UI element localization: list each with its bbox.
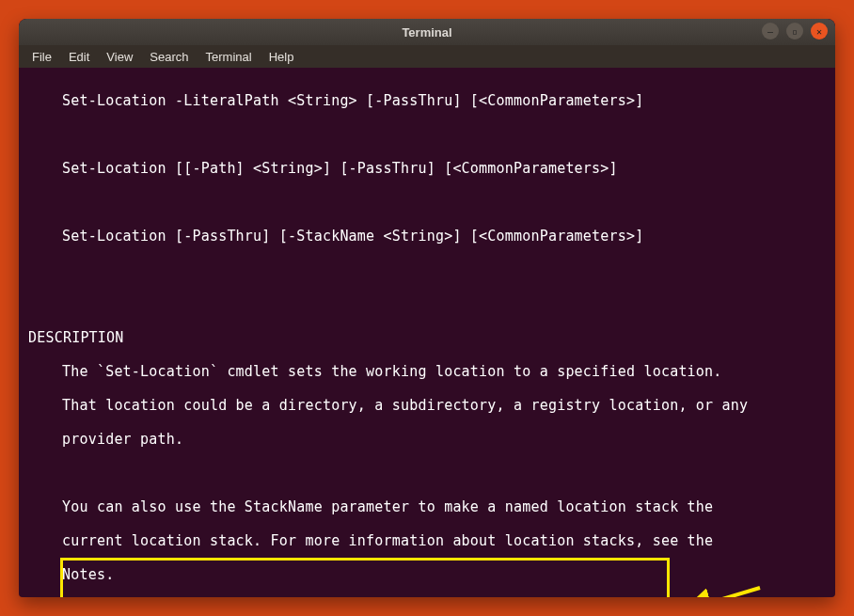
blank-line	[28, 194, 826, 211]
titlebar[interactable]: Terminal – ▫ ✕	[19, 19, 835, 45]
menu-help[interactable]: Help	[261, 48, 302, 66]
minimize-button[interactable]: –	[762, 23, 779, 39]
menu-view[interactable]: View	[99, 48, 140, 66]
terminal-output[interactable]: Set-Location -LiteralPath <String> [-Pas…	[19, 68, 835, 597]
menu-terminal[interactable]: Terminal	[198, 48, 260, 66]
description-text: You can also use the StackName parameter…	[62, 498, 826, 515]
syntax-line: Set-Location -LiteralPath <String> [-Pas…	[62, 92, 826, 109]
description-text: current location stack. For more informa…	[62, 532, 826, 549]
description-text: provider path.	[62, 431, 826, 448]
menu-edit[interactable]: Edit	[61, 48, 97, 66]
close-icon: ✕	[816, 26, 822, 37]
blank-line	[28, 295, 826, 312]
description-text: Notes.	[62, 566, 826, 583]
description-text: That location could be a directory, a su…	[62, 397, 826, 414]
window-title: Terminal	[19, 25, 835, 39]
description-heading: DESCRIPTION	[28, 329, 826, 346]
blank-line	[28, 465, 826, 482]
svg-line-1	[704, 588, 760, 597]
terminal-window: Terminal – ▫ ✕ File Edit View Search Ter…	[19, 19, 835, 597]
minimize-icon: –	[767, 26, 773, 37]
blank-line	[28, 261, 826, 278]
close-button[interactable]: ✕	[811, 23, 828, 39]
syntax-line: Set-Location [[-Path] <String>] [-PassTh…	[62, 160, 826, 177]
description-text: The `Set-Location` cmdlet sets the worki…	[62, 363, 826, 380]
menu-file[interactable]: File	[24, 48, 59, 66]
menubar: File Edit View Search Terminal Help	[19, 45, 835, 68]
annotation-arrow-icon	[694, 580, 769, 597]
syntax-line: Set-Location [-PassThru] [-StackName <St…	[62, 228, 826, 245]
maximize-icon: ▫	[792, 26, 798, 37]
blank-line	[28, 126, 826, 143]
window-buttons: – ▫ ✕	[762, 23, 828, 39]
maximize-button[interactable]: ▫	[786, 23, 803, 39]
menu-search[interactable]: Search	[142, 48, 196, 66]
